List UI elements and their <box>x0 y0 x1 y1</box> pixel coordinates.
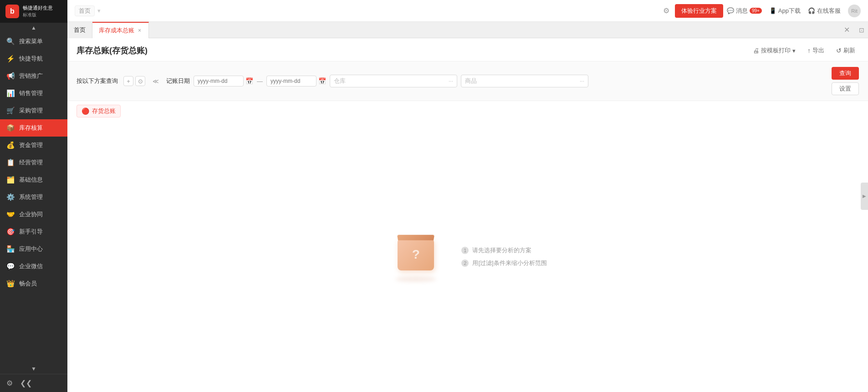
filter-label: 按以下方案查询 <box>77 77 118 85</box>
app-logo: b 畅捷通好生意 标准版 <box>0 0 67 23</box>
sidebar-item-label: 营销推广 <box>19 72 43 80</box>
empty-box <box>398 239 434 270</box>
sidebar-item-business[interactable]: 📋 经营管理 <box>0 154 67 171</box>
tab-panel-expand-btn[interactable]: ⊡ <box>855 26 868 34</box>
filter-manage-btn[interactable]: ⊙ <box>135 76 145 86</box>
sidebar-item-label: 基础信息 <box>19 176 43 184</box>
basic-icon: 🗂️ <box>6 176 15 184</box>
download-icon: 📱 <box>769 7 776 14</box>
tab-inventory-ledger[interactable]: 库存成本总账 × <box>92 22 149 38</box>
sidebar-item-basic[interactable]: 🗂️ 基础信息 <box>0 171 67 188</box>
sidebar-item-label: 应用中心 <box>19 245 43 253</box>
industry-plan-button[interactable]: 体验行业方案 <box>675 4 723 18</box>
sidebar-item-finance[interactable]: 💰 资金管理 <box>0 137 67 154</box>
tip-text-1: 请先选择要分析的方案 <box>472 246 531 255</box>
breadcrumb-home[interactable]: 首页 <box>75 5 95 16</box>
sidebar-item-search[interactable]: 🔍 搜索菜单 <box>0 33 67 50</box>
filter-add-btns: + ⊙ <box>123 76 145 86</box>
refresh-icon: ↺ <box>836 47 842 54</box>
date-from-input: 📅 <box>194 76 253 87</box>
calendar-from-icon[interactable]: 📅 <box>245 77 253 85</box>
logo-icon: b <box>5 5 19 18</box>
empty-illustration <box>388 229 443 284</box>
right-panel-toggle[interactable]: ▶ <box>861 183 868 210</box>
fold-sidebar-btn[interactable]: ❮❮ <box>20 379 32 387</box>
sidebar-nav: 🔍 搜索菜单 ⚡ 快捷导航 📢 营销推广 📊 销售管理 🛒 采购管理 📦 库存核… <box>0 33 67 364</box>
print-btn[interactable]: 🖨 按模板打印 ▾ <box>749 45 799 56</box>
tip-num-2: 2 <box>461 260 469 267</box>
sidebar: b 畅捷通好生意 标准版 ▲ 🔍 搜索菜单 ⚡ 快捷导航 📢 营销推广 📊 销售… <box>0 0 67 392</box>
app-download-btn[interactable]: 📱 App下载 <box>769 7 801 15</box>
message-btn[interactable]: 💬 消息 99+ <box>727 7 762 15</box>
goods-select[interactable]: 商品 ··· <box>461 75 588 87</box>
search-icon: 🔍 <box>6 37 15 46</box>
scheme-icon: 🔴 <box>82 107 89 115</box>
sidebar-item-enterprise[interactable]: 🤝 企业协同 <box>0 206 67 223</box>
tab-close-btn[interactable]: × <box>137 26 142 35</box>
topbar-settings-icon[interactable]: ⚙ <box>661 5 671 17</box>
date-from-field[interactable] <box>194 76 244 87</box>
sidebar-item-appstore[interactable]: 🏪 应用中心 <box>0 240 67 258</box>
filter-fields: 记账日期 📅 — 📅 仓库 ··· 商品 <box>166 75 821 87</box>
date-separator: — <box>257 78 263 85</box>
topbar-right: 💬 消息 99+ 📱 App下载 🎧 在线客服 Rit <box>727 5 861 17</box>
app-download-label: App下载 <box>778 7 801 15</box>
sidebar-item-inventory[interactable]: 📦 库存核算 <box>0 119 67 137</box>
sidebar-item-label: 快捷导航 <box>19 55 43 63</box>
sidebar-item-vip[interactable]: 👑 畅会员 <box>0 275 67 292</box>
app-name: 畅捷通好生意 <box>23 5 53 11</box>
tabs-bar: 首页 库存成本总账 × ✕ ⊡ <box>67 22 868 38</box>
app-badge: 标准版 <box>23 12 53 18</box>
sidebar-item-marketing[interactable]: 📢 营销推广 <box>0 67 67 85</box>
calendar-to-icon[interactable]: 📅 <box>318 77 326 85</box>
tab-home-label: 首页 <box>74 26 86 34</box>
avatar-text: Rit <box>851 8 857 14</box>
filter-collapse-btn[interactable]: ≪ <box>151 76 161 86</box>
appstore-icon: 🏪 <box>6 245 15 253</box>
sidebar-item-sales[interactable]: 📊 销售管理 <box>0 85 67 102</box>
sidebar-item-system[interactable]: ⚙️ 系统管理 <box>0 188 67 206</box>
filter-bar: 按以下方案查询 + ⊙ ≪ 记账日期 📅 — 📅 <box>67 61 868 101</box>
refresh-btn[interactable]: ↺ 刷新 <box>832 45 859 56</box>
warehouse-placeholder: 仓库 <box>334 77 449 85</box>
tab-panel-close-btn[interactable]: ✕ <box>838 25 855 34</box>
sidebar-item-purchase[interactable]: 🛒 采购管理 <box>0 102 67 119</box>
sidebar-item-wechat[interactable]: 💬 企业微信 <box>0 258 67 275</box>
sidebar-item-guide[interactable]: 🎯 新手引导 <box>0 223 67 240</box>
message-badge: 99+ <box>750 8 762 14</box>
empty-state: 1 请先选择要分析的方案 2 用[过滤]条件来缩小分析范围 <box>67 121 868 392</box>
sidebar-item-label: 经营管理 <box>19 158 43 167</box>
tab-active-label: 库存成本总账 <box>99 26 134 35</box>
online-service-btn[interactable]: 🎧 在线客服 <box>808 7 841 15</box>
scheme-item-inventory-ledger[interactable]: 🔴 存货总账 <box>77 105 121 117</box>
goods-placeholder: 商品 <box>465 77 580 85</box>
query-button[interactable]: 查询 <box>832 67 859 80</box>
service-icon: 🎧 <box>808 7 815 14</box>
print-label: 按模板打印 <box>761 46 791 55</box>
settings-bottom-icon[interactable]: ⚙ <box>6 379 13 387</box>
warehouse-select[interactable]: 仓库 ··· <box>330 75 457 87</box>
sidebar-item-shortcut[interactable]: ⚡ 快捷导航 <box>0 50 67 67</box>
empty-tips: 1 请先选择要分析的方案 2 用[过滤]条件来缩小分析范围 <box>461 246 546 267</box>
topbar: 首页 ▾ ⚙ 体验行业方案 💬 消息 99+ 📱 App下载 🎧 在线客服 Ri… <box>67 0 868 22</box>
date-to-field[interactable] <box>266 76 317 87</box>
scroll-up-btn[interactable]: ▲ <box>0 23 67 33</box>
sidebar-item-label: 企业微信 <box>19 262 43 270</box>
user-avatar[interactable]: Rit <box>848 5 861 17</box>
sales-icon: 📊 <box>6 89 15 97</box>
tab-home[interactable]: 首页 <box>67 22 92 38</box>
settings-button[interactable]: 设置 <box>832 82 859 95</box>
page-title: 库存总账(存货总账) <box>77 45 148 56</box>
export-label: 导出 <box>812 46 824 55</box>
sidebar-item-label: 企业协同 <box>19 210 43 219</box>
scroll-down-btn[interactable]: ▼ <box>0 364 67 374</box>
filter-add-btn[interactable]: + <box>123 76 133 86</box>
empty-tip-2: 2 用[过滤]条件来缩小分析范围 <box>461 259 546 267</box>
goods-more-icon[interactable]: ··· <box>580 78 584 84</box>
scheme-row: 🔴 存货总账 <box>67 101 868 121</box>
export-btn[interactable]: ↑ 导出 <box>804 45 828 56</box>
warehouse-more-icon[interactable]: ··· <box>449 78 453 84</box>
print-dropdown-icon[interactable]: ▾ <box>792 47 796 54</box>
page-header-actions: 🖨 按模板打印 ▾ ↑ 导出 ↺ 刷新 <box>749 45 859 56</box>
sidebar-item-label: 系统管理 <box>19 193 43 201</box>
